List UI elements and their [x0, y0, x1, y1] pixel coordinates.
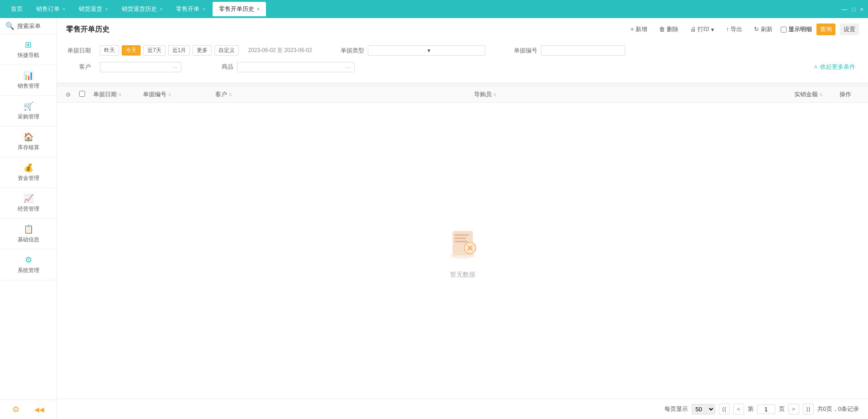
select-all-checkbox[interactable]: [79, 91, 85, 97]
prev-page-btn[interactable]: ＜: [733, 404, 744, 414]
billno-input[interactable]: [541, 45, 625, 56]
sidebar-bottom: ⚙ ◀◀: [0, 400, 57, 419]
sidebar-item-label: 系统管理: [18, 267, 39, 274]
sidebar-item-purchase[interactable]: 🛒 采购管理: [0, 96, 57, 127]
page-label: 第: [748, 405, 754, 413]
filter-row-date: 单据日期 昨天 今天 近7天 近1月 更多 自定义 2023-06-02 至 2…: [66, 45, 859, 56]
purchase-icon: 🛒: [24, 101, 33, 111]
tab-retail-open-history[interactable]: 零售开单历史 ×: [213, 2, 266, 16]
sales-icon: 📊: [24, 71, 33, 80]
empty-icon: [442, 223, 483, 264]
window-close[interactable]: ×: [860, 6, 863, 13]
collapse-sidebar-icon[interactable]: ◀◀: [34, 406, 44, 413]
print-button[interactable]: 🖨 打印 ▾: [687, 24, 718, 35]
tab-sales-return-history[interactable]: 销货退货历史 ×: [115, 2, 169, 16]
sidebar-item-inventory[interactable]: 🏠 库存核算: [0, 127, 57, 157]
type-select[interactable]: ▾: [368, 45, 485, 56]
next-page-btn[interactable]: ＞: [788, 404, 799, 414]
type-label: 单据类型: [339, 47, 364, 55]
close-tab-sales-order[interactable]: ×: [62, 6, 65, 12]
tab-sales-return[interactable]: 销货退货 ×: [72, 2, 114, 16]
close-tab-sales-return[interactable]: ×: [105, 6, 108, 12]
goods-dots: ···: [346, 64, 351, 71]
page-header: 零售开单历史 + 新增 🗑 删除 🖨 打印 ▾ ↑ 导出: [57, 18, 868, 83]
search-box[interactable]: 🔍 搜索采单: [0, 18, 57, 34]
tab-home[interactable]: 首页: [5, 2, 29, 16]
close-tab-sales-return-history[interactable]: ×: [160, 6, 162, 12]
tab-retail-open[interactable]: 零售开单 ×: [170, 2, 211, 16]
first-page-btn[interactable]: ⟨⟨: [719, 404, 730, 414]
date-btn-more[interactable]: 更多: [193, 45, 212, 56]
th-date[interactable]: 单据日期 ⇅: [89, 87, 138, 102]
date-btn-yesterday[interactable]: 昨天: [100, 45, 119, 56]
per-page-select[interactable]: 50 10 20 100: [692, 404, 715, 414]
operations-icon: 📈: [24, 193, 33, 203]
window-minimize[interactable]: —: [842, 6, 848, 13]
quick-nav-icon: ⊞: [25, 40, 32, 50]
svg-rect-3: [455, 237, 466, 239]
sidebar-item-sales[interactable]: 📊 销售管理: [0, 65, 57, 96]
sidebar-item-label: 资金管理: [18, 174, 39, 182]
sidebar-item-quick-nav[interactable]: ⊞ 快捷导航: [0, 34, 57, 65]
date-btn-7days[interactable]: 近7天: [143, 45, 166, 56]
collapse-button[interactable]: ∧ 收起更多条件: [810, 62, 859, 72]
date-btn-today[interactable]: 今天: [122, 45, 141, 56]
close-tab-retail-open-history[interactable]: ×: [257, 6, 260, 12]
sidebar-item-operations[interactable]: 📈 经营管理: [0, 188, 57, 219]
filter-row-customer: 客户 ··· 商品 ··· ∧ 收起更多条件: [66, 60, 859, 74]
th-billno[interactable]: 单据编号 ⇅: [138, 87, 211, 102]
print-dropdown-icon[interactable]: ▾: [711, 26, 714, 33]
sort-guide-icon: ⇅: [493, 92, 497, 97]
sidebar-item-basic-info[interactable]: 📋 基础信息: [0, 219, 57, 250]
date-label: 单据日期: [66, 47, 91, 55]
sidebar-item-finance[interactable]: 💰 资金管理: [0, 157, 57, 188]
export-button[interactable]: ↑ 导出: [722, 24, 746, 35]
empty-text: 暂无数据: [450, 271, 475, 279]
last-page-btn[interactable]: ⟩⟩: [803, 404, 814, 414]
tab-sales-order[interactable]: 销售订单 ×: [30, 2, 71, 16]
sidebar-item-label: 经营管理: [18, 205, 39, 213]
date-btn-1month[interactable]: 近1月: [168, 45, 190, 56]
goods-filter-group: 商品 ···: [209, 62, 355, 72]
display-detail-checkbox[interactable]: [781, 27, 787, 33]
total-label: 共0页，0条记录: [817, 405, 859, 413]
content-area: 零售开单历史 + 新增 🗑 删除 🖨 打印 ▾ ↑ 导出: [57, 18, 868, 419]
empty-state: 暂无数据: [57, 103, 868, 399]
select-all-checkbox-cell: [75, 87, 89, 102]
sidebar-item-system[interactable]: ⚙ 系统管理: [0, 250, 57, 280]
svg-rect-2: [455, 234, 469, 236]
svg-rect-4: [455, 240, 468, 242]
top-bar: 首页 销售订单 × 销货退货 × 销货退货历史 × 零售开单 × 零售开单历史 …: [0, 0, 868, 18]
column-settings-btn[interactable]: ⚙: [62, 88, 75, 102]
display-detail-toggle[interactable]: 显示明细: [781, 25, 812, 33]
page-title-row: 零售开单历史 + 新增 🗑 删除 🖨 打印 ▾ ↑ 导出: [66, 24, 859, 35]
page-input[interactable]: [757, 405, 775, 414]
system-icon: ⚙: [25, 255, 32, 265]
collapse-btn-wrapper: ∧ 收起更多条件: [810, 60, 859, 74]
type-filter-group: 单据类型 ▾: [339, 45, 485, 56]
th-guide[interactable]: 导购员 ⇅: [470, 87, 524, 102]
settings-bottom-icon[interactable]: ⚙: [12, 405, 19, 414]
per-page-label: 每页显示: [664, 405, 688, 413]
goods-input[interactable]: ···: [237, 62, 355, 72]
goods-label: 商品: [209, 63, 233, 71]
window-maximize[interactable]: □: [852, 6, 856, 13]
close-tab-retail-open[interactable]: ×: [202, 6, 205, 12]
inventory-icon: 🏠: [24, 132, 33, 142]
sidebar-item-label: 快捷导航: [18, 52, 39, 59]
delete-button[interactable]: 🗑 删除: [655, 24, 682, 35]
query-button[interactable]: 查询: [816, 24, 835, 35]
th-customer[interactable]: 客户 ⇅: [211, 87, 470, 102]
search-icon: 🔍: [5, 22, 14, 30]
sidebar-item-label: 库存核算: [18, 144, 39, 151]
refresh-button[interactable]: ↻ 刷新: [750, 24, 776, 35]
pagination: 每页显示 50 10 20 100 ⟨⟨ ＜ 第 页 ＞ ⟩⟩ 共0页，0条记录: [57, 399, 868, 419]
page-title: 零售开单历史: [66, 25, 109, 34]
sidebar-item-label: 基础信息: [18, 236, 39, 244]
date-btn-custom[interactable]: 自定义: [214, 45, 239, 56]
customer-input[interactable]: ···: [100, 62, 181, 72]
th-amount[interactable]: 实销金额 ⇅: [773, 87, 827, 102]
basic-info-icon: 📋: [24, 224, 33, 234]
settings-button[interactable]: 设置: [840, 24, 859, 35]
add-button[interactable]: + 新增: [627, 24, 651, 35]
